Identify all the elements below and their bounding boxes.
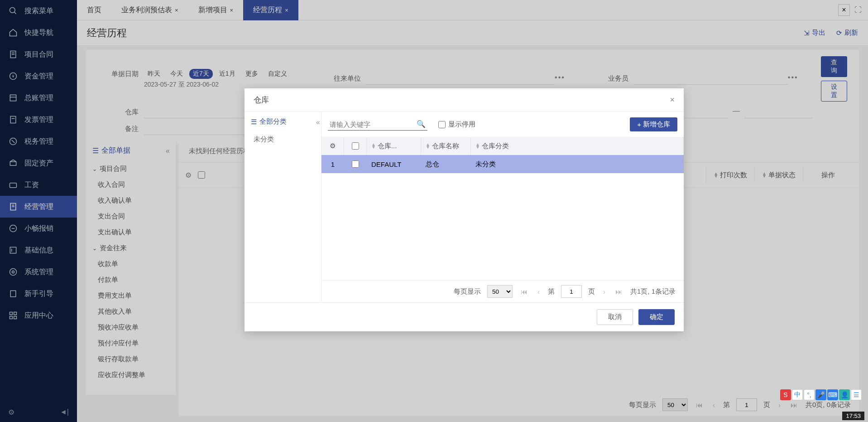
system-clock: 17:53 bbox=[842, 412, 864, 420]
sort-icon: ▲▼ bbox=[475, 143, 480, 149]
per-page-select[interactable]: 50 bbox=[487, 285, 513, 298]
row-name: 总仓 bbox=[421, 155, 471, 173]
ime-lang-toggle[interactable]: 中 bbox=[792, 389, 803, 400]
col-warehouse-code[interactable]: ▲▼仓库... bbox=[367, 137, 421, 155]
modal-table: ⚙ ▲▼仓库... ▲▼仓库名称 ▲▼仓库分类 1 DEFAULT 总仓 未分类 bbox=[321, 137, 684, 280]
gear-column[interactable]: ⚙ bbox=[321, 137, 344, 155]
col-label: 仓库分类 bbox=[482, 142, 509, 150]
row-checkbox-cell bbox=[344, 155, 367, 173]
ime-user-icon[interactable]: 👤 bbox=[839, 389, 850, 400]
modal-category-item[interactable]: 未分类 bbox=[245, 131, 321, 147]
ime-menu-icon[interactable]: ☰ bbox=[851, 389, 862, 400]
collapse-icon[interactable]: « bbox=[316, 118, 320, 126]
sort-icon: ▲▼ bbox=[426, 143, 430, 149]
page-prefix: 第 bbox=[548, 287, 555, 296]
page-next-icon[interactable]: › bbox=[601, 288, 607, 296]
ime-logo-icon[interactable]: S bbox=[780, 389, 791, 400]
col-warehouse-category[interactable]: ▲▼仓库分类 bbox=[471, 137, 684, 155]
pager-summary: 共1页, 1条记录 bbox=[630, 287, 676, 296]
ime-punct-icon[interactable]: °, bbox=[804, 389, 815, 400]
modal-table-header: ⚙ ▲▼仓库... ▲▼仓库名称 ▲▼仓库分类 bbox=[321, 137, 684, 155]
row-index: 1 bbox=[321, 155, 344, 173]
row-category: 未分类 bbox=[471, 155, 684, 173]
cancel-button[interactable]: 取消 bbox=[597, 309, 633, 325]
show-disabled-toggle[interactable]: 显示停用 bbox=[438, 120, 475, 129]
modal-footer: 取消 确定 bbox=[245, 302, 684, 331]
modal-main-panel: 🔍 显示停用 + 新增仓库 ⚙ ▲▼仓库... ▲▼仓库名称 ▲▼仓库分类 bbox=[321, 112, 684, 302]
modal-category-title: 全部分类 bbox=[259, 117, 287, 126]
modal-header: 仓库 × bbox=[245, 88, 684, 112]
page-prev-icon[interactable]: ‹ bbox=[536, 288, 542, 296]
modal-search-input[interactable] bbox=[328, 119, 427, 131]
row-code: DEFAULT bbox=[367, 155, 421, 173]
page-last-icon[interactable]: ⏭ bbox=[614, 288, 624, 296]
modal-title: 仓库 bbox=[254, 95, 269, 105]
ime-keyboard-icon[interactable]: ⌨ bbox=[827, 389, 838, 400]
row-checkbox[interactable] bbox=[352, 160, 359, 168]
sort-icon: ▲▼ bbox=[371, 143, 376, 149]
col-label: 仓库名称 bbox=[432, 142, 459, 150]
page-input[interactable] bbox=[561, 285, 582, 298]
select-all-column[interactable] bbox=[344, 137, 367, 155]
show-disabled-checkbox[interactable] bbox=[438, 121, 446, 128]
list-icon: ☰ bbox=[251, 118, 257, 126]
per-page-label: 每页显示 bbox=[454, 287, 481, 296]
show-disabled-label: 显示停用 bbox=[448, 120, 475, 129]
warehouse-modal: 仓库 × ☰ 全部分类 « 未分类 🔍 显示停用 + bbox=[245, 88, 684, 331]
ok-button[interactable]: 确定 bbox=[638, 309, 675, 325]
ime-mic-icon[interactable]: 🎤 bbox=[815, 389, 826, 400]
modal-category-panel: ☰ 全部分类 « 未分类 bbox=[245, 112, 321, 302]
modal-category-header[interactable]: ☰ 全部分类 bbox=[245, 112, 321, 131]
col-warehouse-name[interactable]: ▲▼仓库名称 bbox=[421, 137, 471, 155]
modal-close-button[interactable]: × bbox=[670, 95, 675, 105]
search-icon[interactable]: 🔍 bbox=[417, 120, 426, 128]
modal-search-bar: 🔍 显示停用 + 新增仓库 bbox=[321, 112, 684, 137]
table-row[interactable]: 1 DEFAULT 总仓 未分类 bbox=[321, 155, 684, 173]
select-all-checkbox[interactable] bbox=[352, 142, 359, 150]
page-first-icon[interactable]: ⏮ bbox=[519, 288, 529, 296]
modal-pager: 每页显示 50 ⏮ ‹ 第 页 › ⏭ 共1页, 1条记录 bbox=[321, 280, 684, 302]
gear-icon: ⚙ bbox=[330, 142, 336, 150]
page-suffix: 页 bbox=[588, 287, 595, 296]
add-warehouse-label: 新增仓库 bbox=[643, 120, 670, 129]
col-label: 仓库... bbox=[378, 142, 397, 150]
ime-toolbar: S 中 °, 🎤 ⌨ 👤 ☰ bbox=[780, 389, 862, 400]
add-warehouse-button[interactable]: + 新增仓库 bbox=[630, 117, 677, 131]
plus-icon: + bbox=[637, 121, 641, 128]
